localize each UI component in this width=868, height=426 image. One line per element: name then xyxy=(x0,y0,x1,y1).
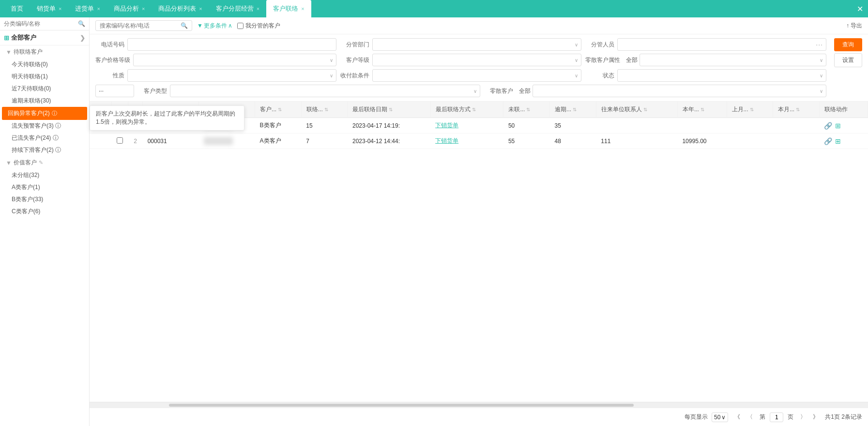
overdue-column-header[interactable]: 逾期...⇅ xyxy=(550,102,596,118)
collapse-icon[interactable]: ❯ xyxy=(80,34,85,42)
sort-icon: ⇅ xyxy=(324,107,328,112)
filter-cell-status: 状态 ∨ xyxy=(585,69,826,82)
row-unread: 55 xyxy=(503,133,550,149)
search-icon[interactable]: 🔍 xyxy=(181,22,188,29)
close-icon[interactable]: × xyxy=(97,6,100,12)
sidebar-group-value[interactable]: ▼ 价值客户 ✎ xyxy=(0,156,89,169)
sidebar-item-lost[interactable]: 已流失客户(24) ⓘ xyxy=(0,132,89,144)
export-button[interactable]: ↑ 导出 xyxy=(846,22,862,30)
nav-home[interactable]: 首页 xyxy=(4,0,30,17)
close-icon[interactable]: × xyxy=(142,6,145,12)
close-icon[interactable]: × xyxy=(301,6,304,12)
nav-sales[interactable]: 销货单 × xyxy=(30,0,68,17)
this-year-column-header[interactable]: 本年...⇅ xyxy=(677,102,727,118)
sort-icon: ⇅ xyxy=(389,107,393,112)
price-level-select[interactable]: ∨ xyxy=(133,54,336,66)
last-month-column-header[interactable]: 上月...⇅ xyxy=(727,102,773,118)
page-input[interactable] xyxy=(770,412,783,422)
nature-select[interactable]: ∨ xyxy=(127,69,336,82)
contact-icon[interactable]: 🔗 xyxy=(824,122,832,130)
nav-product-analysis[interactable]: 商品分析 × xyxy=(107,0,152,17)
gear-cell xyxy=(90,133,112,149)
row-checkbox-cell[interactable] xyxy=(112,133,128,149)
filter-row-3: 性质 ∨ 收付款条件 ∨ 状态 xyxy=(95,69,826,82)
row-contact: 15 xyxy=(301,118,348,133)
sidebar-item-lost-warning[interactable]: 流失预警客户(3) ⓘ xyxy=(0,120,89,132)
next-page-btn[interactable]: 〉 xyxy=(798,412,808,422)
search-input[interactable] xyxy=(100,22,181,29)
more-conditions-btn[interactable]: ▼ 更多条件 ∧ xyxy=(197,22,232,30)
this-month-column-header[interactable]: 本月...⇅ xyxy=(773,102,820,118)
sidebar-search-icon[interactable]: 🔍 xyxy=(78,20,85,27)
chevron-down-icon: ∨ xyxy=(473,88,477,94)
phone-input[interactable] xyxy=(127,38,336,51)
last-contact-date-column-header[interactable]: 最后联络日期⇅ xyxy=(348,102,430,118)
first-page-btn[interactable]: 《 xyxy=(732,412,743,422)
sort-icon: ⇅ xyxy=(643,107,647,112)
window-close-icon[interactable]: ✕ xyxy=(857,4,863,14)
sidebar-item-tomorrow[interactable]: 明天待联络(1) xyxy=(0,71,89,83)
customer-type-select[interactable]: ∨ xyxy=(170,85,480,97)
horizontal-scrollbar[interactable] xyxy=(90,402,868,408)
content-area: 🔍 ▼ 更多条件 ∧ 我分管的客户 ↑ 导出 xyxy=(90,17,868,426)
my-customers-checkbox[interactable]: 我分管的客户 xyxy=(237,22,280,30)
row-last-month xyxy=(727,133,773,149)
more-action-icon[interactable]: ⊞ xyxy=(835,122,841,130)
sidebar-item-class-a[interactable]: A类客户(1) xyxy=(0,181,89,193)
sidebar-group-abnormal[interactable]: 回购异常客户(2) ⓘ xyxy=(2,107,87,120)
grid-icon: ⊞ xyxy=(4,34,9,42)
last-page-btn[interactable]: 》 xyxy=(810,412,821,422)
payment-select[interactable]: ∨ xyxy=(372,69,581,82)
customer-level-select[interactable]: ∨ xyxy=(372,54,581,66)
row-last-contact-method[interactable]: 下销货单 xyxy=(430,118,503,133)
row-last-month xyxy=(727,118,773,133)
prev-page-btn[interactable]: 〈 xyxy=(745,412,755,422)
page-size-select[interactable]: 50 ∨ xyxy=(712,412,728,422)
sidebar-search-input[interactable] xyxy=(4,20,78,27)
last-contact-method-column-header[interactable]: 最后联络方式⇅ xyxy=(430,102,503,118)
nav-purchase[interactable]: 进货单 × xyxy=(68,0,107,17)
close-icon[interactable]: × xyxy=(199,6,202,12)
sidebar-item-declining[interactable]: 持续下滑客户(2) ⓘ xyxy=(0,144,89,156)
chevron-down-icon: ∨ xyxy=(330,58,333,63)
nav-product-list[interactable]: 商品分析列表 × xyxy=(152,0,209,17)
sidebar-group-pending[interactable]: ▼ 待联络客户 xyxy=(0,45,89,59)
nav-customer-contact[interactable]: 客户联络 × xyxy=(266,0,311,17)
manager-select[interactable]: ··· xyxy=(617,38,826,51)
close-icon[interactable]: × xyxy=(257,6,259,12)
extra-dots[interactable]: ··· xyxy=(95,85,134,97)
filter-cell-retail-customer: 零散客户 全部 ∨ xyxy=(484,85,826,97)
status-select[interactable]: ∨ xyxy=(617,69,826,82)
more-action-icon[interactable]: ⊞ xyxy=(835,137,841,145)
scroll-thumb[interactable] xyxy=(169,404,634,407)
row-code: 000031 xyxy=(143,133,199,149)
filter-cell-nature: 性质 ∨ xyxy=(95,69,336,82)
actions-column-header: 联络动作 xyxy=(819,102,868,118)
settings-button[interactable]: 设置 xyxy=(834,53,862,67)
contact-column-header[interactable]: 联络...⇅ xyxy=(301,102,348,118)
retail-attr-select[interactable]: ∨ xyxy=(640,54,826,66)
nav-customer-segments[interactable]: 客户分层经营 × xyxy=(209,0,266,17)
sidebar-item-ungrouped[interactable]: 未分组(32) xyxy=(0,169,89,181)
query-button[interactable]: 查询 xyxy=(834,38,862,51)
unit-contact-column-header[interactable]: 往来单位联系人⇅ xyxy=(596,102,677,118)
retail-customer-select[interactable]: ∨ xyxy=(533,85,826,97)
edit-icon[interactable]: ✎ xyxy=(39,160,43,166)
page-word-end: 页 xyxy=(785,412,796,422)
row-name: 客户名称 xyxy=(199,133,255,149)
chevron-up-icon: ∧ xyxy=(228,22,232,29)
sidebar-item-class-b[interactable]: B类客户(33) xyxy=(0,193,89,206)
dept-select[interactable]: ∨ xyxy=(372,38,581,51)
my-customers-check[interactable] xyxy=(237,23,244,29)
sidebar-item-today[interactable]: 今天待联络(0) xyxy=(0,59,89,71)
type-column-header[interactable]: 客户...⇅ xyxy=(255,102,302,118)
close-icon[interactable]: × xyxy=(59,6,61,12)
unread-column-header[interactable]: 未联...⇅ xyxy=(503,102,550,118)
sidebar-item-overdue-contact[interactable]: 逾期未联络(30) xyxy=(0,95,89,107)
row-checkbox[interactable] xyxy=(117,137,123,144)
sidebar-item-7days[interactable]: 近7天待联络(0) xyxy=(0,83,89,95)
arrow-icon: ▼ xyxy=(6,160,12,166)
row-last-contact-method[interactable]: 下销货单 xyxy=(430,133,503,149)
contact-icon[interactable]: 🔗 xyxy=(824,137,832,145)
sidebar-item-class-c[interactable]: C类客户(6) xyxy=(0,206,89,218)
